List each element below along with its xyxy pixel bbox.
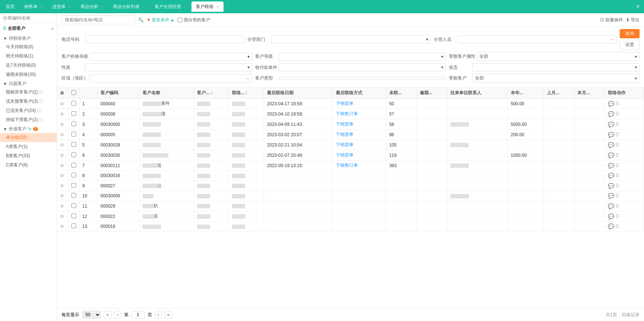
close-purchase-icon[interactable]: × [68,4,71,9]
check-cell[interactable] [68,211,79,222]
check-cell[interactable] [68,99,79,109]
check-cell[interactable] [68,191,79,201]
message-icon[interactable]: 💬 [608,214,614,219]
refresh-icon[interactable]: ↻ [28,127,32,132]
row-checkbox[interactable] [71,214,76,218]
sidebar-item-class-a[interactable]: A类客户(1) [0,142,57,151]
last-type-cell[interactable] [333,191,386,201]
col-name[interactable]: 客户名称 [140,88,194,99]
row-checkbox[interactable] [71,132,76,137]
row-checkbox[interactable] [71,193,76,198]
manager-select[interactable]: ··· [457,35,617,43]
check-cell[interactable] [68,181,79,191]
sidebar-item-churn-warning[interactable]: 流失预警客户(3) ⓘ [0,97,57,106]
last-type-cell[interactable] [333,201,386,211]
gear-cell[interactable]: ⚙ [57,222,68,232]
contact-type-link[interactable]: 下销售订单 [336,163,358,168]
grid-icon[interactable]: ⠿ [616,173,619,179]
close-product-analysis-list-icon[interactable]: × [142,4,145,9]
message-icon[interactable]: 💬 [608,183,614,189]
sidebar-item-ungroups[interactable]: 未分组(32) [0,133,57,142]
global-close-icon[interactable]: × [633,3,643,10]
status-select[interactable]: ▾ [472,63,640,71]
nature-select[interactable]: ▾ [85,63,252,71]
gear-cell[interactable]: ⚙ [57,99,68,109]
last-type-cell[interactable]: 下销货单 [333,140,386,150]
message-icon[interactable]: 💬 [608,142,614,148]
last-type-cell[interactable] [333,222,386,232]
col-gear[interactable]: ⚙ [57,88,68,99]
check-cell[interactable] [68,171,79,181]
sidebar-item-class-b[interactable]: B类客户(33) [0,151,57,160]
grid-icon[interactable]: ⠿ [616,193,619,199]
customer-grade-select[interactable]: ▾ [279,53,446,61]
last-type-cell[interactable]: 下销货单 [333,99,386,109]
retail-attr-select[interactable]: 全部 ▾ [477,52,640,61]
first-page-btn[interactable]: « [104,311,112,318]
grid-icon[interactable]: ⠿ [616,142,619,148]
col-last-date[interactable]: 最后联络日期 [264,88,333,99]
reset-button[interactable]: 设置 [620,40,640,50]
tab-customer-segment[interactable]: 客户分层经营 × [150,1,191,12]
last-page-btn[interactable]: » [165,311,172,318]
tab-product-analysis[interactable]: 商品分析 × [76,1,108,12]
export-btn[interactable]: ⬇ 导出 [626,17,640,23]
all-customers-header[interactable]: ⠿ 全部客户 « [0,23,57,34]
retail-customer-select[interactable]: 全部 ▾ [472,74,640,83]
row-checkbox[interactable] [71,121,76,126]
check-cell[interactable] [68,201,79,211]
collapse-sidebar-icon[interactable]: « [51,26,54,31]
message-icon[interactable]: 💬 [608,132,614,138]
grid-icon[interactable]: ⠿ [616,223,619,229]
row-checkbox[interactable] [71,183,76,188]
last-type-cell[interactable]: 下销售订单 [333,109,386,119]
grid-icon[interactable]: ⠿ [616,214,619,219]
phone-input[interactable] [85,35,244,43]
tab-product-analysis-list[interactable]: 商品分析列表 × [109,1,149,12]
gear-cell[interactable]: ⚙ [57,130,68,140]
customer-type-select[interactable] [279,77,446,80]
contact-type-link[interactable]: 下销货单 [336,121,353,127]
col-code[interactable]: 客户编码 [97,88,139,99]
my-customers-checkbox[interactable] [177,18,182,22]
tab-sales[interactable]: 销售单 × [20,1,47,12]
last-type-cell[interactable]: 下销货单 [333,119,386,130]
payment-select[interactable]: ▾ [279,63,446,71]
row-checkbox[interactable] [71,142,76,147]
query-button[interactable]: 查询 [620,29,640,38]
close-sales-icon[interactable]: × [41,4,43,9]
prev-page-btn[interactable]: ‹ [115,311,121,318]
last-type-cell[interactable] [333,171,386,181]
last-type-cell[interactable]: 下销货单 [333,130,386,140]
grid-icon[interactable]: ⠿ [616,132,619,138]
grid-icon[interactable]: ⠿ [616,163,619,169]
gear-cell[interactable]: ⚙ [57,201,68,211]
row-checkbox[interactable] [71,223,76,228]
message-icon[interactable]: 💬 [608,173,614,179]
message-icon[interactable]: 💬 [608,223,614,229]
col-last-month[interactable]: 上月... [544,88,574,99]
gear-cell[interactable]: ⚙ [57,109,68,119]
grid-icon[interactable]: ⠿ [616,183,619,189]
page-number-input[interactable]: 1 [131,311,145,318]
col-contact[interactable]: 联络... : [229,88,264,99]
message-icon[interactable]: 💬 [608,111,614,117]
grid-icon[interactable]: ⠿ [616,152,619,158]
gear-cell[interactable]: ⚙ [57,150,68,160]
message-icon[interactable]: 💬 [608,193,614,199]
contact-type-link[interactable]: 下销货单 [336,132,353,137]
col-last-type[interactable]: 最后联络方式 [333,88,386,99]
message-icon[interactable]: 💬 [608,203,614,209]
region-select[interactable]: ··· [89,74,252,82]
row-checkbox[interactable] [71,152,76,157]
sidebar-item-churned[interactable]: 已流失客户(24) ⓘ [0,106,57,115]
sidebar-item-declining[interactable]: 持续下滑客户(2) ⓘ [0,115,57,124]
value-customers-group[interactable]: ▼ 价值客户 ↻ ! [0,124,57,133]
sidebar-item-class-c[interactable]: C类客户(6) [0,160,57,170]
grid-icon[interactable]: ⠿ [616,101,619,107]
sidebar-item-abnormal[interactable]: 囤购异常客户(2) ⓘ [0,88,57,97]
col-overdue[interactable]: 逾期... [416,88,447,99]
close-customer-contact-icon[interactable]: × [217,4,219,9]
contact-type-link[interactable]: 下销货单 [336,142,353,147]
search-submit-icon[interactable]: 🔍 [138,17,144,22]
